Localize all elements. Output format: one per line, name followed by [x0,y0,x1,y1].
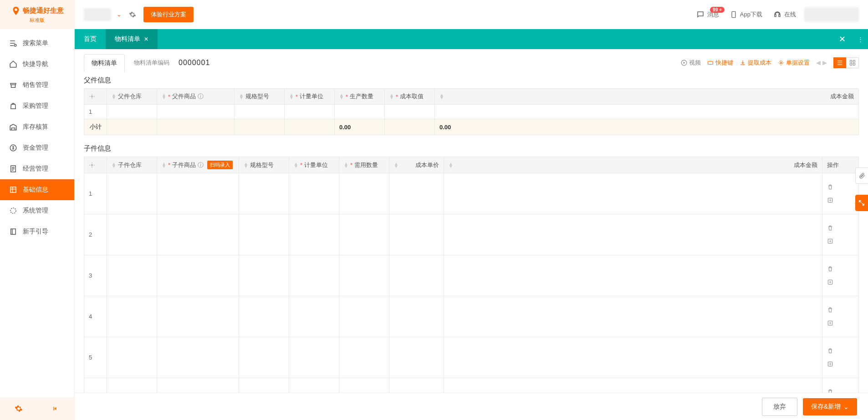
table-row[interactable]: 1 [84,173,859,214]
close-icon[interactable]: ✕ [144,36,148,42]
cell-unit-cost[interactable] [389,337,444,378]
prev-record-icon[interactable]: ◀ [816,59,821,66]
cell-unit[interactable] [289,337,339,378]
cell-cost-amount[interactable] [444,296,822,337]
cell-unit-cost[interactable] [389,296,444,337]
cell-spec[interactable] [239,255,289,296]
cell-qty[interactable] [339,378,389,393]
topbar-gear-icon[interactable] [127,11,138,18]
sidebar-item-9[interactable]: 新手引导 [0,221,74,242]
sidebar-item-7[interactable]: 基础信息 [0,179,74,200]
org-selector-blur[interactable] [84,8,111,21]
cell-product[interactable] [157,255,239,296]
cell-product[interactable] [157,296,239,337]
col-parent-cost-amount[interactable]: ▲▼成本金额 [435,89,859,105]
cell-unit-cost[interactable] [389,214,444,255]
cell-qty[interactable] [339,296,389,337]
fullscreen-icon[interactable] [855,195,868,211]
col-parent-unit[interactable]: ▲▼*计量单位 [285,89,335,105]
sidebar-item-8[interactable]: 系统管理 [0,200,74,221]
cell-unit[interactable] [289,255,339,296]
table-row[interactable]: 2 [84,214,859,255]
cell-cost-method[interactable] [385,105,435,119]
sidebar-item-2[interactable]: 销售管理 [0,75,74,96]
grid-view-icon[interactable] [846,57,859,68]
sidebar-item-4[interactable]: 库存核算 [0,116,74,137]
scan-badge[interactable]: 扫码录入 [207,161,233,169]
cell-spec[interactable] [239,296,289,337]
cell-cost-amount[interactable] [444,214,822,255]
cell-product[interactable] [157,378,239,393]
cell-qty[interactable] [339,214,389,255]
cell-cost-amount[interactable] [444,378,822,393]
table-row[interactable]: 1 [84,105,859,119]
help-icon[interactable]: ⓘ [198,161,204,169]
cell-unit[interactable] [285,105,335,119]
sidebar-item-5[interactable]: 资金管理 [0,137,74,158]
video-link[interactable]: 视频 [681,59,701,67]
table-settings-header[interactable] [84,157,107,173]
page-tab[interactable]: 物料清单 [84,54,125,72]
table-row[interactable]: 4 [84,296,859,337]
col-parent-warehouse[interactable]: ▲▼父件仓库 [107,89,157,105]
cell-unit-cost[interactable] [389,255,444,296]
table-row[interactable]: 3 [84,255,859,296]
cell-spec[interactable] [239,337,289,378]
cell-warehouse[interactable] [107,296,157,337]
tabs-more-icon[interactable]: ⋮ [853,36,868,43]
col-parent-cost-method[interactable]: ▲▼*成本取值 [385,89,435,105]
save-new-button[interactable]: 保存&新增 ⌄ [803,398,857,415]
sidebar-item-0[interactable]: 搜索菜单 [0,33,74,54]
list-view-icon[interactable] [833,57,846,68]
col-child-spec[interactable]: ▲▼规格型号 [239,157,289,173]
add-row-icon[interactable] [827,238,854,244]
app-download-link[interactable]: App下载 [727,10,765,19]
cell-qty[interactable] [335,105,385,119]
sidebar-item-1[interactable]: 快捷导航 [0,54,74,75]
col-parent-spec[interactable]: ▲▼规格型号 [235,89,285,105]
col-parent-qty[interactable]: ▲▼*生产数量 [335,89,385,105]
cell-cost-amount[interactable] [444,173,822,214]
cell-unit-cost[interactable] [389,378,444,393]
cell-spec[interactable] [239,214,289,255]
add-row-icon[interactable] [827,279,854,285]
col-child-qty[interactable]: ▲▼*需用数量 [339,157,389,173]
delete-row-icon[interactable] [827,389,854,393]
discard-button[interactable]: 放弃 [762,398,797,416]
cell-spec[interactable] [239,173,289,214]
col-child-unit[interactable]: ▲▼*计量单位 [289,157,339,173]
cell-cost-amount[interactable] [435,105,859,119]
messages-link[interactable]: 消息 99 + [694,10,722,19]
delete-row-icon[interactable] [827,307,854,313]
col-child-unit-cost[interactable]: ▲▼成本单价 [389,157,444,173]
col-child-warehouse[interactable]: ▲▼子件仓库 [107,157,157,173]
cell-cost-amount[interactable] [444,255,822,296]
delete-row-icon[interactable] [827,348,854,354]
extract-cost-link[interactable]: 提取成本 [740,59,771,67]
cell-warehouse[interactable] [107,255,157,296]
add-row-icon[interactable] [827,320,854,326]
cell-warehouse[interactable] [107,105,157,119]
cell-spec[interactable] [235,105,285,119]
tab-bom[interactable]: 物料清单 ✕ [106,29,158,49]
delete-row-icon[interactable] [827,225,854,231]
cell-qty[interactable] [339,173,389,214]
col-child-product[interactable]: ▲▼*子件商品ⓘ扫码录入 [157,157,239,173]
user-avatar-blur[interactable] [804,7,859,22]
cell-cost-amount[interactable] [444,337,822,378]
cell-warehouse[interactable] [107,337,157,378]
org-dropdown[interactable]: ⌄ [117,11,122,18]
close-all-tabs-icon[interactable]: ✕ [832,34,853,44]
tab-home[interactable]: 首页 [75,29,106,49]
delete-row-icon[interactable] [827,266,854,272]
doc-settings-link[interactable]: 单据设置 [778,59,810,67]
cell-unit[interactable] [289,214,339,255]
col-child-cost-amount[interactable]: ▲▼成本金额 [444,157,822,173]
add-row-icon[interactable] [827,361,854,367]
collapse-icon[interactable] [51,405,60,413]
delete-row-icon[interactable] [827,184,854,190]
attachment-icon[interactable] [855,167,868,184]
cell-unit[interactable] [289,296,339,337]
sidebar-item-6[interactable]: 经营管理 [0,158,74,179]
cell-product[interactable] [157,173,239,214]
